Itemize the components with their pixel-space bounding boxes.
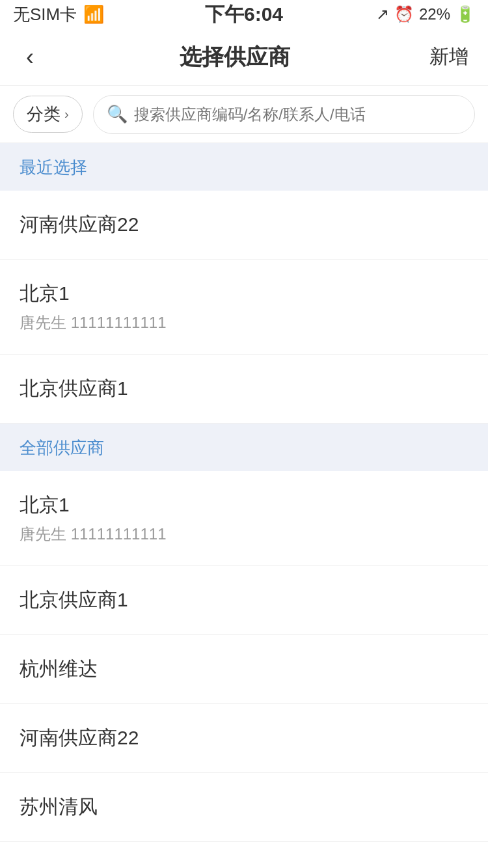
alarm-icon: ⏰ [394, 5, 414, 23]
item-name: 北京供应商1 [20, 375, 468, 402]
status-left: 无SIM卡 📶 [13, 3, 104, 26]
item-name: 河南供应商22 [20, 211, 468, 238]
all-items-list: 北京1唐先生 11111111111北京供应商1杭州维达河南供应商22苏州清风 [0, 471, 488, 842]
chevron-right-icon: › [64, 107, 69, 122]
all-section-header: 全部供应商 [0, 424, 488, 471]
item-sub: 唐先生 11111111111 [20, 524, 468, 545]
search-icon: 🔍 [107, 104, 128, 124]
item-sub: 唐先生 11111111111 [20, 312, 468, 333]
item-name: 北京1 [20, 280, 468, 307]
item-name: 河南供应商22 [20, 725, 468, 752]
all-section-label: 全部供应商 [20, 438, 104, 457]
list-item[interactable]: 北京供应商1 [0, 566, 488, 635]
list-item[interactable]: 苏州清风 [0, 773, 488, 842]
category-label: 分类 [27, 103, 61, 126]
item-name: 北京供应商1 [20, 587, 468, 614]
page-title: 选择供应商 [180, 42, 290, 72]
wifi-icon: 📶 [83, 5, 104, 25]
list-item[interactable]: 北京供应商1 [0, 355, 488, 424]
search-box[interactable]: 🔍 [93, 95, 475, 134]
back-button[interactable]: ‹ [20, 37, 40, 77]
recent-items-list: 河南供应商22北京1唐先生 11111111111北京供应商1 [0, 191, 488, 424]
item-name: 苏州清风 [20, 794, 468, 821]
category-button[interactable]: 分类 › [13, 96, 83, 133]
status-time: 下午6:04 [205, 1, 283, 28]
filter-bar: 分类 › 🔍 [0, 86, 488, 143]
battery-icon: 🔋 [455, 5, 475, 23]
search-input[interactable] [134, 105, 461, 124]
item-name: 杭州维达 [20, 656, 468, 683]
recent-section-label: 最近选择 [20, 157, 87, 177]
status-bar: 无SIM卡 📶 下午6:04 ↗ ⏰ 22% 🔋 [0, 0, 488, 29]
list-item[interactable]: 北京1唐先生 11111111111 [0, 260, 488, 355]
list-item[interactable]: 杭州维达 [0, 635, 488, 704]
list-item[interactable]: 河南供应商22 [0, 191, 488, 260]
item-name: 北京1 [20, 492, 468, 519]
recent-section-header: 最近选择 [0, 143, 488, 191]
status-right: ↗ ⏰ 22% 🔋 [376, 5, 475, 23]
battery-text: 22% [419, 5, 450, 23]
location-icon: ↗ [376, 5, 389, 23]
nav-bar: ‹ 选择供应商 新增 [0, 29, 488, 86]
add-button[interactable]: 新增 [429, 44, 468, 70]
list-item[interactable]: 北京1唐先生 11111111111 [0, 471, 488, 566]
carrier-text: 无SIM卡 [13, 3, 77, 26]
list-item[interactable]: 河南供应商22 [0, 704, 488, 773]
